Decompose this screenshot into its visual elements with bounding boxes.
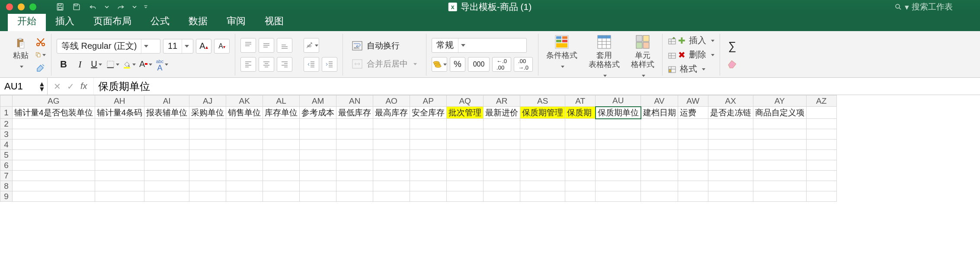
column-header-AR[interactable]: AR (484, 95, 520, 107)
cell-AM2[interactable] (300, 119, 336, 129)
cell-AY8[interactable] (753, 181, 806, 191)
cell-AP6[interactable] (410, 160, 447, 171)
cell-AQ6[interactable] (447, 160, 484, 171)
cell-AN6[interactable] (336, 160, 373, 171)
column-header-AI[interactable]: AI (144, 95, 189, 107)
cell-AX5[interactable] (708, 150, 753, 160)
align-center-button[interactable] (259, 57, 274, 72)
column-header-AH[interactable]: AH (95, 95, 144, 107)
cell-AN1[interactable]: 最低库存 (336, 107, 373, 119)
cell-AK4[interactable] (226, 140, 263, 150)
cell-AG6[interactable] (13, 160, 95, 171)
cell-AU3[interactable] (596, 129, 641, 140)
font-color-button[interactable]: A (139, 58, 153, 71)
cell-AW9[interactable] (678, 191, 708, 202)
cell-AH1[interactable]: 辅计量4条码 (95, 107, 144, 119)
cell-AX7[interactable] (708, 171, 753, 181)
cell-AW1[interactable]: 运费 (678, 107, 708, 119)
minimize-window-button[interactable] (18, 3, 25, 10)
cell-AI5[interactable] (144, 150, 189, 160)
cell-AT9[interactable] (565, 191, 596, 202)
cell-AO4[interactable] (373, 140, 410, 150)
cell-AZ3[interactable] (806, 129, 836, 140)
cell-AG9[interactable] (13, 191, 95, 202)
autosum-button[interactable]: ∑ (725, 40, 739, 53)
cell-styles-button[interactable]: 单元 格样式 (628, 34, 657, 81)
cell-AL7[interactable] (263, 171, 300, 181)
cell-AJ7[interactable] (189, 171, 226, 181)
delete-cells-button[interactable]: ✖删除 (668, 49, 714, 60)
font-size-select[interactable]: 11 (163, 39, 193, 54)
decrease-decimal-button[interactable]: .00→.0 (514, 57, 533, 72)
cell-AH8[interactable] (95, 181, 144, 191)
cell-AX4[interactable] (708, 140, 753, 150)
cell-AX1[interactable]: 是否走冻链 (708, 107, 753, 119)
name-box-down[interactable]: ▾ (38, 86, 45, 92)
cell-AL9[interactable] (263, 191, 300, 202)
cell-AV7[interactable] (641, 171, 678, 181)
cell-AK7[interactable] (226, 171, 263, 181)
cell-AL4[interactable] (263, 140, 300, 150)
maximize-window-button[interactable] (29, 3, 36, 10)
cell-AO8[interactable] (373, 181, 410, 191)
cell-AZ5[interactable] (806, 150, 836, 160)
paste-button[interactable]: 粘贴 (10, 37, 31, 72)
align-middle-button[interactable] (259, 38, 274, 53)
column-header-AS[interactable]: AS (520, 95, 565, 107)
cell-AK8[interactable] (226, 181, 263, 191)
save-icon[interactable] (55, 2, 65, 12)
merge-center-button[interactable]: 合并后居中 (348, 57, 421, 71)
cell-AJ3[interactable] (189, 129, 226, 140)
cell-AS7[interactable] (520, 171, 565, 181)
tab-formulas[interactable]: 公式 (141, 11, 179, 31)
cell-AS4[interactable] (520, 140, 565, 150)
cell-AY7[interactable] (753, 171, 806, 181)
cell-AL8[interactable] (263, 181, 300, 191)
cell-AV5[interactable] (641, 150, 678, 160)
cell-AZ2[interactable] (806, 119, 836, 129)
accept-formula-button[interactable]: ✓ (67, 81, 74, 92)
cell-AL2[interactable] (263, 119, 300, 129)
cut-button[interactable] (35, 37, 46, 47)
cell-AQ3[interactable] (447, 129, 484, 140)
cell-AY3[interactable] (753, 129, 806, 140)
cell-AZ1[interactable] (806, 107, 836, 119)
cell-AT8[interactable] (565, 181, 596, 191)
cell-AM1[interactable]: 参考成本 (300, 107, 336, 119)
cell-AT4[interactable] (565, 140, 596, 150)
cell-AN4[interactable] (336, 140, 373, 150)
cell-AK9[interactable] (226, 191, 263, 202)
cell-AI1[interactable]: 报表辅单位 (144, 107, 189, 119)
cell-AR3[interactable] (484, 129, 520, 140)
column-header-AW[interactable]: AW (678, 95, 708, 107)
cell-AI9[interactable] (144, 191, 189, 202)
border-button[interactable] (106, 58, 120, 71)
cell-AU7[interactable] (596, 171, 641, 181)
row-header-5[interactable]: 5 (0, 150, 13, 160)
tab-review[interactable]: 审阅 (217, 11, 255, 31)
cell-AH2[interactable] (95, 119, 144, 129)
increase-indent-button[interactable] (322, 57, 337, 72)
cell-AN9[interactable] (336, 191, 373, 202)
cell-AT6[interactable] (565, 160, 596, 171)
align-top-button[interactable] (240, 38, 256, 53)
cell-AG5[interactable] (13, 150, 95, 160)
undo-dropdown-icon[interactable] (105, 2, 109, 12)
italic-button[interactable]: I (73, 58, 87, 71)
copy-button[interactable] (35, 50, 46, 60)
cell-AT7[interactable] (565, 171, 596, 181)
row-header-1[interactable]: 1 (0, 107, 13, 119)
select-all-corner[interactable] (0, 95, 13, 107)
cell-AH5[interactable] (95, 150, 144, 160)
redo-dropdown-icon[interactable] (132, 2, 137, 12)
cell-AG4[interactable] (13, 140, 95, 150)
cell-AI3[interactable] (144, 129, 189, 140)
cell-AU8[interactable] (596, 181, 641, 191)
cell-AM6[interactable] (300, 160, 336, 171)
cell-AV8[interactable] (641, 181, 678, 191)
cell-AI2[interactable] (144, 119, 189, 129)
cell-AZ9[interactable] (806, 191, 836, 202)
cell-AV2[interactable] (641, 119, 678, 129)
column-header-AP[interactable]: AP (410, 95, 447, 107)
formula-input[interactable] (94, 80, 980, 92)
